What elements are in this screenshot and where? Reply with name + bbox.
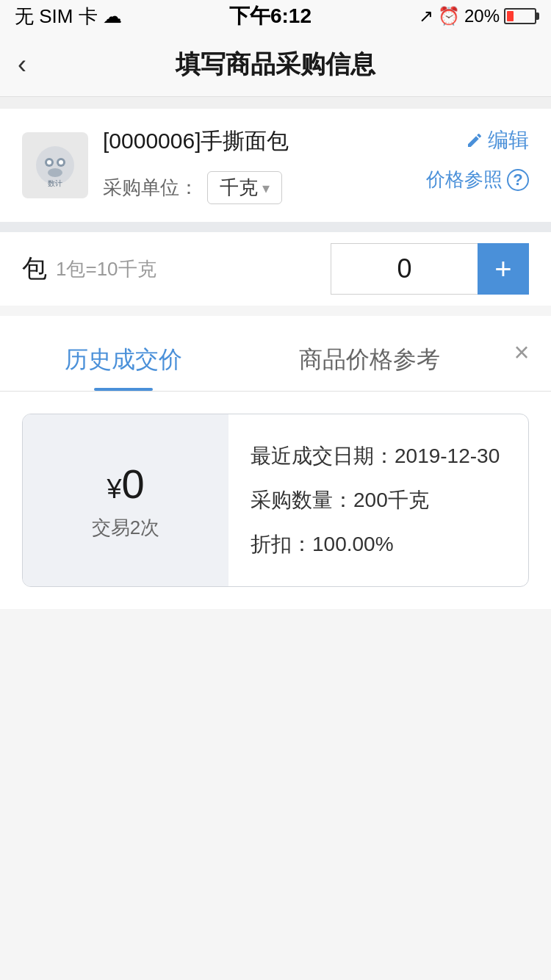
help-icon: ? <box>507 169 529 191</box>
unit-label: 包 1包=10千克 <box>22 252 156 286</box>
separator <box>0 222 551 232</box>
discount-label: 折扣： <box>251 533 312 555</box>
alarm-icon: ⏰ <box>438 6 460 26</box>
plus-button[interactable]: + <box>478 243 529 295</box>
nav-bar: ‹ 填写商品采购信息 <box>0 32 551 97</box>
recent-date-value: 2019-12-30 <box>395 444 500 467</box>
page-title: 填写商品采购信息 <box>176 48 375 82</box>
chevron-down-icon: ▾ <box>262 179 270 197</box>
quantity-section: 包 1包=10千克 + <box>0 232 551 306</box>
currency-symbol: ¥ <box>107 474 121 504</box>
qty-input-group: + <box>331 243 529 295</box>
product-logo: 数计 <box>22 132 88 198</box>
product-name: [0000006]手撕面包 <box>103 126 289 156</box>
svg-point-4 <box>59 160 63 165</box>
qty-value: 200千克 <box>353 489 429 511</box>
tabs-section: 历史成交价 商品价格参考 × ¥0 交易2次 最近成交日期：2019-12-30 <box>0 316 551 609</box>
recent-date-row: 最近成交日期：2019-12-30 <box>251 441 506 472</box>
product-header: 数计 [0000006]手撕面包 采购单位： 千克 ▾ <box>22 126 529 204</box>
product-logo-svg: 数计 <box>33 143 77 187</box>
trade-count: 交易2次 <box>92 515 159 541</box>
back-button[interactable]: ‹ <box>18 49 26 80</box>
location-icon: ↗ <box>419 6 433 26</box>
price-card: ¥0 交易2次 最近成交日期：2019-12-30 采购数量：200千克 折扣：… <box>22 414 529 587</box>
edit-label: 编辑 <box>488 126 529 154</box>
unit-select[interactable]: 千克 ▾ <box>207 171 282 204</box>
tab-history-price[interactable]: 历史成交价 <box>0 323 246 391</box>
battery-fill <box>507 11 514 21</box>
product-left: 数计 [0000006]手撕面包 采购单位： 千克 ▾ <box>22 126 289 204</box>
tab-price-ref[interactable]: 商品价格参考 <box>246 323 492 391</box>
unit-value: 千克 <box>220 175 258 201</box>
price-amount: ¥0 <box>107 460 144 508</box>
svg-point-5 <box>48 168 62 177</box>
price-ref-right: 编辑 价格参照 ? <box>426 126 529 192</box>
edit-link[interactable]: 编辑 <box>466 126 529 154</box>
battery-percent: 20% <box>464 6 500 26</box>
purchase-unit-row: 采购单位： 千克 ▾ <box>103 171 289 204</box>
status-right: ↗ ⏰ 20% <box>419 6 536 26</box>
edit-icon <box>466 131 483 149</box>
price-right-panel: 最近成交日期：2019-12-30 采购数量：200千克 折扣：100.00% <box>228 414 528 586</box>
qty-label: 采购数量： <box>251 489 353 511</box>
product-section: 数计 [0000006]手撕面包 采购单位： 千克 ▾ <box>0 109 551 222</box>
discount-value: 100.00% <box>312 533 394 555</box>
unit-char: 包 <box>22 252 47 286</box>
page-content: 数计 [0000006]手撕面包 采购单位： 千克 ▾ <box>0 109 551 980</box>
purchase-unit-label: 采购单位： <box>103 175 198 201</box>
unit-conversion: 1包=10千克 <box>56 256 156 282</box>
svg-point-3 <box>47 160 51 165</box>
status-bar: 无 SIM 卡 ☁ 下午6:12 ↗ ⏰ 20% <box>0 0 551 32</box>
price-value: 0 <box>121 461 144 507</box>
discount-row: 折扣：100.00% <box>251 529 506 560</box>
tabs-header: 历史成交价 商品价格参考 × <box>0 323 551 392</box>
product-info: [0000006]手撕面包 采购单位： 千克 ▾ <box>103 126 289 204</box>
qty-row: 采购数量：200千克 <box>251 485 506 516</box>
price-ref-label: 价格参照 <box>426 167 503 192</box>
svg-text:数计: 数计 <box>48 179 62 187</box>
battery-icon <box>504 8 536 24</box>
close-button[interactable]: × <box>492 337 551 377</box>
status-left: 无 SIM 卡 ☁ <box>15 4 122 29</box>
price-ref-link[interactable]: 价格参照 ? <box>426 167 529 192</box>
card-section: ¥0 交易2次 最近成交日期：2019-12-30 采购数量：200千克 折扣：… <box>0 392 551 609</box>
quantity-input[interactable] <box>331 243 478 295</box>
status-time: 下午6:12 <box>229 2 311 30</box>
recent-date-label: 最近成交日期： <box>251 444 395 467</box>
price-left-panel: ¥0 交易2次 <box>23 414 228 586</box>
signal-text: 无 SIM 卡 ☁ <box>15 4 122 29</box>
